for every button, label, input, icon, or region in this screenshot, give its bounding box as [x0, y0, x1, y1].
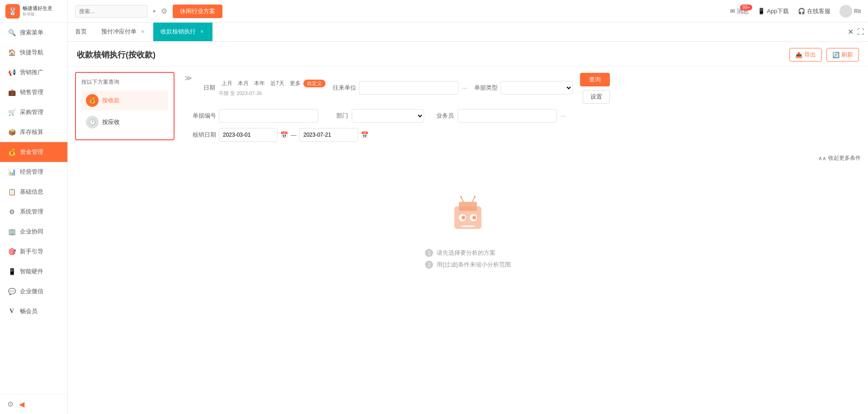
- doc-num-label: 单据编号: [193, 112, 215, 120]
- tab-prepay[interactable]: 预付冲应付单 ×: [94, 23, 153, 41]
- svg-line-9: [472, 197, 475, 202]
- export-label: 导出: [804, 51, 816, 59]
- dept-label: 部门: [326, 112, 348, 120]
- guide-icon: 🎯: [7, 247, 16, 256]
- inventory-icon: 📦: [7, 128, 16, 137]
- refresh-button[interactable]: 🔄 刷新: [826, 48, 859, 62]
- tab-maximize-btn[interactable]: ⛶: [857, 28, 864, 36]
- sidebar-item-guide[interactable]: 🎯 新手引导: [0, 242, 67, 262]
- date-custom-badge[interactable]: 自定义: [303, 80, 326, 87]
- filter-option-by-receivable[interactable]: 🕐 按应收: [81, 112, 168, 132]
- sidebar-item-system-label: 系统管理: [20, 208, 43, 216]
- message-badge-item[interactable]: ✉ 消息 99+: [730, 7, 749, 15]
- date-field: 日期 上月 本月 本年 近7天 更多 自定义 不限 至: [193, 79, 326, 97]
- dept-select[interactable]: [352, 109, 424, 123]
- sidebar-item-quick-nav[interactable]: 🏠 快捷导航: [0, 43, 67, 62]
- user-area[interactable]: Rit: [840, 5, 861, 18]
- app-download-item[interactable]: 📱 App下载: [758, 7, 789, 15]
- sidebar-item-quick-nav-label: 快捷导航: [20, 48, 43, 57]
- partner-input[interactable]: [359, 81, 458, 95]
- sidebar-logo: 🐰 畅捷通好生意 标准版: [0, 0, 67, 23]
- topbar-right: ✉ 消息 99+ 📱 App下载 🎧 在线客服 Rit: [730, 5, 861, 18]
- export-button[interactable]: 📤 导出: [789, 48, 822, 62]
- settings-button[interactable]: 设置: [583, 90, 610, 104]
- sidebar-item-search[interactable]: 🔍 搜索菜单: [0, 23, 67, 43]
- date-no-limit: 不限 至 2023-07-26: [219, 90, 326, 97]
- online-service-item[interactable]: 🎧 在线客服: [798, 7, 830, 15]
- doc-type-select[interactable]: [500, 81, 573, 95]
- sidebar-item-inventory-label: 库存核算: [20, 128, 43, 136]
- sidebar-item-wechat[interactable]: 💬 企业微信: [0, 281, 67, 301]
- service-icon: 🎧: [798, 8, 805, 14]
- collection-option-label: 按收款: [102, 96, 120, 105]
- receivable-option-icon: 🕐: [86, 116, 99, 128]
- search-nav-icon: 🔍: [7, 28, 16, 37]
- finance-icon: 💰: [7, 148, 16, 157]
- date-btn-more[interactable]: 更多: [287, 79, 303, 88]
- main-area: ▾ ⚙ 休闲行业方案 ✉ 消息 99+ 📱 App下载 🎧 在线客服 Rit: [68, 0, 868, 414]
- sidebar-item-inventory[interactable]: 📦 库存核算: [0, 122, 67, 142]
- svg-point-10: [474, 196, 476, 198]
- staff-label: 业务员: [431, 112, 454, 120]
- tab-prepay-close[interactable]: ×: [139, 28, 146, 36]
- tab-home-label: 首页: [75, 28, 87, 36]
- tab-collection[interactable]: 收款核销执行 ×: [153, 23, 212, 41]
- sidebar-item-system[interactable]: ⚙ 系统管理: [0, 202, 67, 222]
- verify-date-end-input[interactable]: [299, 128, 358, 142]
- filter-option-by-collection[interactable]: 💰 按收款: [81, 90, 168, 110]
- tab-prepay-label: 预付冲应付单: [101, 28, 137, 36]
- empty-state: 1 请先选择要分析的方案 2 用[过滤]条件来缩小分析范围: [68, 166, 868, 298]
- topbar-search-input[interactable]: [75, 5, 147, 18]
- tab-close-all-btn[interactable]: ✕: [848, 28, 854, 36]
- tip-item-2: 2 用[过滤]条件来缩小分析范围: [425, 259, 510, 271]
- collapse-more-bar[interactable]: ∧∧ 收起更多条件: [68, 152, 868, 166]
- tabbar-actions: ✕ ⛶: [848, 23, 868, 41]
- sidebar-item-member[interactable]: V 畅会员: [0, 301, 67, 321]
- sidebar-item-finance[interactable]: 💰 资金管理: [0, 142, 67, 162]
- sidebar-settings-icon[interactable]: ⚙: [7, 400, 14, 409]
- partner-dots[interactable]: ···: [462, 84, 467, 91]
- topbar-gear-icon[interactable]: ⚙: [161, 7, 167, 15]
- sidebar-item-purchase[interactable]: 🛒 采购管理: [0, 102, 67, 122]
- sidebar-item-marketing[interactable]: 📢 营销推广: [0, 62, 67, 82]
- quick-nav-icon: 🏠: [7, 48, 16, 57]
- date-btn-this-year[interactable]: 本年: [251, 79, 268, 88]
- sidebar-item-hardware[interactable]: 📱 智能硬件: [0, 262, 67, 281]
- page-title: 收款核销执行(按收款): [77, 49, 156, 60]
- sidebar-item-sales[interactable]: 💼 销售管理: [0, 82, 67, 102]
- tabbar: 首页 预付冲应付单 × 收款核销执行 × ✕ ⛶: [68, 23, 868, 42]
- sidebar-item-purchase-label: 采购管理: [20, 108, 43, 116]
- date-btn-7days[interactable]: 近7天: [268, 79, 287, 88]
- date-range-separator: —: [291, 132, 297, 138]
- logo-icon: 🐰: [5, 4, 20, 19]
- tip-text-2: 用[过滤]条件来缩小分析范围: [437, 259, 510, 271]
- date-btn-last-month[interactable]: 上月: [219, 79, 235, 88]
- staff-dots[interactable]: ···: [561, 112, 566, 119]
- query-button[interactable]: 查询: [580, 73, 610, 86]
- sidebar-item-hardware-label: 智能硬件: [20, 267, 43, 276]
- sidebar-item-enterprise[interactable]: 🏢 企业协同: [0, 222, 67, 242]
- staff-input[interactable]: [458, 109, 557, 123]
- panel-collapse-btn[interactable]: ≫: [184, 74, 193, 82]
- sidebar-item-member-label: 畅会员: [20, 307, 38, 315]
- online-service-label: 在线客服: [807, 7, 830, 15]
- date-btn-this-month[interactable]: 本月: [235, 79, 251, 88]
- sidebar-item-basic-info-label: 基础信息: [20, 188, 43, 196]
- filter-row-1: 日期 上月 本月 本年 近7天 更多 自定义 不限 至: [193, 72, 861, 104]
- sidebar-collapse-icon[interactable]: ◀: [19, 400, 24, 409]
- refresh-label: 刷新: [841, 51, 853, 59]
- doc-num-input[interactable]: [219, 109, 318, 123]
- page-inner: 收款核销执行(按收款) 📤 导出 🔄 刷新 按以下: [68, 42, 868, 414]
- verify-date-start-input[interactable]: [219, 128, 278, 142]
- verify-date-end-calendar-icon[interactable]: 📅: [361, 131, 368, 138]
- sidebar-item-basic-info[interactable]: 📋 基础信息: [0, 182, 67, 202]
- solution-button[interactable]: 休闲行业方案: [173, 5, 222, 18]
- tab-collection-close[interactable]: ×: [198, 28, 205, 36]
- verify-date-start-calendar-icon[interactable]: 📅: [280, 131, 288, 138]
- operations-icon: 📊: [7, 167, 16, 176]
- staff-field: 业务员 ···: [431, 109, 566, 123]
- topbar-dropdown-icon[interactable]: ▾: [153, 8, 156, 14]
- sidebar-item-operations[interactable]: 📊 经营管理: [0, 162, 67, 182]
- hardware-icon: 📱: [7, 267, 16, 276]
- tab-home[interactable]: 首页: [68, 23, 94, 41]
